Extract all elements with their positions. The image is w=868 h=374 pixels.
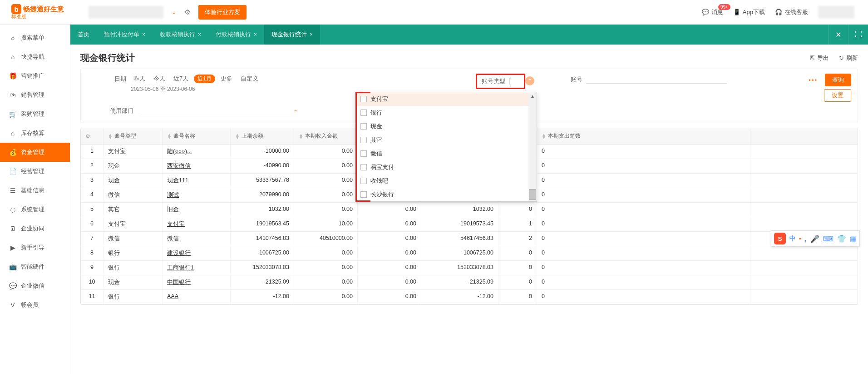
col-header[interactable]: ▲▼账号名称 <box>163 128 231 144</box>
tab-close-icon[interactable]: × <box>254 31 257 38</box>
account-type-select[interactable]: 账号类型 <box>476 74 525 89</box>
settings-button[interactable]: 设置 <box>824 89 851 102</box>
tab-1[interactable]: 收款核销执行× <box>153 25 208 45</box>
tab-home[interactable]: 首页 <box>70 25 97 45</box>
user-avatar-blurred[interactable] <box>818 6 854 19</box>
sidebar-item-12[interactable]: 📺智能硬件 <box>0 257 70 276</box>
tab-2[interactable]: 付款核销执行× <box>208 25 264 45</box>
table-row: 7微信微信14107456.8340510000.000.0054617456.… <box>81 232 858 246</box>
account-name-link[interactable]: 陆(○○○)... <box>167 148 192 155</box>
sidebar-item-3[interactable]: 🛍销售管理 <box>0 85 70 105</box>
table-gear-icon[interactable]: ⚙ <box>85 133 90 140</box>
sidebar-item-6[interactable]: 💰资金管理 <box>0 143 70 162</box>
messages-link[interactable]: 💬 消息 99+ <box>702 8 723 16</box>
sidebar-item-13[interactable]: 💬企业微信 <box>0 276 70 295</box>
tab-close-icon[interactable]: × <box>310 31 313 38</box>
sidebar-item-5[interactable]: ⌂库存核算 <box>0 124 70 143</box>
checkbox[interactable] <box>360 137 367 143</box>
sidebar-item-2[interactable]: 🎁营销推广 <box>0 66 70 85</box>
mic-icon[interactable]: 🎤 <box>810 234 819 243</box>
col-header[interactable]: ▲▼本期支出笔数 <box>537 128 750 144</box>
dropdown-option[interactable]: 微信 <box>356 147 528 160</box>
refresh-button[interactable]: ↻刷新 <box>839 54 858 62</box>
account-name-link[interactable]: 工商银行1 <box>167 264 194 271</box>
dropdown-option[interactable]: 长沙银行 <box>356 188 528 201</box>
checkbox[interactable] <box>360 150 367 157</box>
account-name-link[interactable]: AAA <box>167 293 178 299</box>
table-row: 5其它旧金1032.000.000.001032.0000 <box>81 203 858 217</box>
checkbox[interactable] <box>360 191 367 198</box>
dropdown-option[interactable]: 支付宝 <box>356 92 528 106</box>
sidebar-item-7[interactable]: 📄经营管理 <box>0 162 70 181</box>
scroll-up-icon[interactable]: ▲ <box>530 94 535 99</box>
chevron-down-icon: ⌄ <box>293 106 298 113</box>
dropdown-scrollbar[interactable]: ▲ <box>528 92 537 201</box>
messages-badge: 99+ <box>718 4 730 10</box>
date-chip-active[interactable]: 近1月 <box>194 75 215 83</box>
tab-close-icon[interactable]: × <box>142 31 145 38</box>
checkbox[interactable] <box>360 123 367 130</box>
dept-select[interactable]: ⌄ <box>139 105 298 116</box>
collapse-toggle-icon[interactable]: ⌃ <box>525 76 534 85</box>
tab-close-icon[interactable]: × <box>198 31 201 38</box>
checkbox[interactable] <box>360 164 367 170</box>
col-header[interactable]: ▲▼账号类型 <box>104 128 163 144</box>
org-dropdown-icon[interactable]: ⌄ <box>172 9 176 15</box>
sidebar-item-10[interactable]: 🗓企业协同 <box>0 219 70 238</box>
sidebar-item-4[interactable]: 🛒采购管理 <box>0 105 70 124</box>
support-link[interactable]: 🎧 在线客服 <box>775 8 808 16</box>
dropdown-option[interactable]: 易宝支付 <box>356 160 528 174</box>
date-opt[interactable]: 今天 <box>151 74 168 84</box>
account-name-link[interactable]: 西安微信 <box>167 163 191 169</box>
account-name-link[interactable]: 旧金 <box>167 206 179 213</box>
dropdown-option[interactable]: 现金 <box>356 120 528 133</box>
col-header[interactable]: ▲▼上期余额 <box>231 128 294 144</box>
dropdown-option[interactable]: 银行 <box>356 106 528 120</box>
sidebar-item-0[interactable]: ⌕搜索菜单 <box>0 28 70 47</box>
account-input[interactable] <box>586 74 727 84</box>
tabs-expand-button[interactable]: ⛶ <box>848 25 868 45</box>
sort-icon[interactable]: ▲▼ <box>542 134 546 139</box>
tab-3[interactable]: 现金银行统计× <box>264 25 320 45</box>
industry-plan-button[interactable]: 体验行业方案 <box>198 5 247 20</box>
date-opt[interactable]: 昨天 <box>131 74 148 84</box>
account-name-link[interactable]: 测试 <box>167 192 179 198</box>
account-name-link[interactable]: 微信 <box>167 235 179 242</box>
table-row: 6支付宝支付宝19019563.4510.000.0019019573.4510 <box>81 217 858 232</box>
account-name-link[interactable]: 现金111 <box>167 177 188 184</box>
checkbox[interactable] <box>360 178 367 184</box>
col-header[interactable]: ⚙ <box>81 128 104 144</box>
account-name-link[interactable]: 中国银行 <box>167 279 191 285</box>
sort-icon[interactable]: ▲▼ <box>235 134 240 139</box>
account-name-link[interactable]: 支付宝 <box>167 221 185 227</box>
app-download-link[interactable]: 📱 App下载 <box>733 8 765 16</box>
sidebar-item-1[interactable]: ⌂快捷导航 <box>0 47 70 66</box>
dropdown-option[interactable]: 收钱吧 <box>356 174 528 188</box>
date-opt[interactable]: 近7天 <box>171 74 191 84</box>
skin-icon[interactable]: 👕 <box>837 234 846 243</box>
export-button[interactable]: ⇱导出 <box>810 54 829 62</box>
more-filters-icon[interactable]: ••• <box>809 77 818 84</box>
tabs-close-button[interactable]: ✕ <box>828 25 848 45</box>
gear-icon[interactable]: ⚙ <box>184 8 190 16</box>
grid-icon[interactable]: ▦ <box>850 234 857 243</box>
checkbox[interactable] <box>360 110 367 116</box>
checkbox[interactable] <box>360 96 367 102</box>
dropdown-option[interactable]: 其它 <box>356 133 528 147</box>
date-opt[interactable]: 自定义 <box>238 74 261 84</box>
sort-icon[interactable]: ▲▼ <box>167 134 172 139</box>
sidebar-item-11[interactable]: ▶新手引导 <box>0 238 70 257</box>
sidebar-item-9[interactable]: ◌系统管理 <box>0 200 70 219</box>
tab-0[interactable]: 预付冲应付单× <box>97 25 153 45</box>
sort-icon[interactable]: ▲▼ <box>108 134 113 139</box>
col-header[interactable]: ▲▼本期收入金额 <box>294 128 358 144</box>
query-button[interactable]: 查询 <box>825 74 851 86</box>
sidebar-item-14[interactable]: V畅会员 <box>0 295 70 314</box>
sort-icon[interactable]: ▲▼ <box>299 134 303 139</box>
keyboard-icon[interactable]: ⌨ <box>823 234 833 243</box>
sidebar-item-8[interactable]: ☰基础信息 <box>0 181 70 200</box>
scroll-thumb[interactable] <box>529 189 536 200</box>
account-name-link[interactable]: 建设银行 <box>167 250 191 256</box>
ime-toolbar[interactable]: S 中 • , 🎤 ⌨ 👕 ▦ <box>771 230 860 247</box>
date-opt[interactable]: 更多 <box>218 74 235 84</box>
